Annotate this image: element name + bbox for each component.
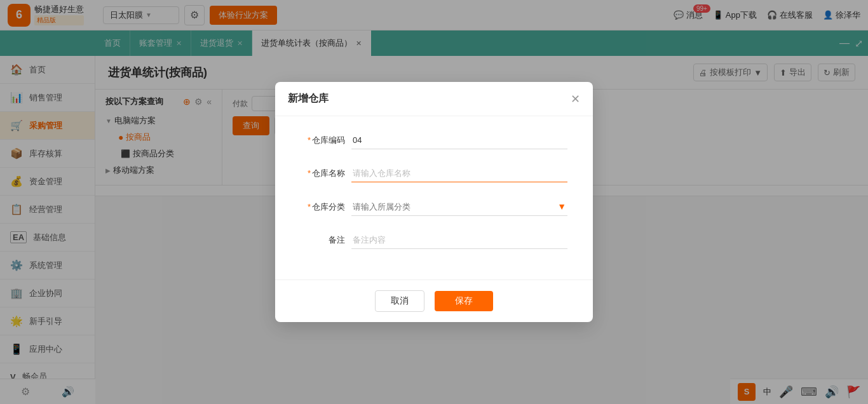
new-warehouse-modal: 新增仓库 ✕ 仓库编码 仓库名称 仓库分类 ▼ xyxy=(275,82,593,322)
category-input[interactable] xyxy=(353,202,557,212)
notes-label: 备注 xyxy=(301,234,351,246)
modal-header: 新增仓库 ✕ xyxy=(275,82,593,116)
form-row-code: 仓库编码 xyxy=(301,131,567,149)
form-row-name: 仓库名称 xyxy=(301,165,567,182)
modal-overlay: 新增仓库 ✕ 仓库编码 仓库名称 仓库分类 ▼ xyxy=(0,0,868,404)
modal-close-button[interactable]: ✕ xyxy=(571,93,580,105)
name-label: 仓库名称 xyxy=(301,168,351,179)
category-label: 仓库分类 xyxy=(301,201,351,213)
notes-input[interactable] xyxy=(351,231,567,249)
name-input[interactable] xyxy=(351,165,567,182)
cancel-button[interactable]: 取消 xyxy=(375,290,424,312)
code-label: 仓库编码 xyxy=(301,135,351,146)
form-row-notes: 备注 xyxy=(301,231,567,249)
form-row-category: 仓库分类 ▼ xyxy=(301,198,567,216)
category-select-row: ▼ xyxy=(351,198,567,216)
category-arrow-icon: ▼ xyxy=(557,201,566,212)
code-input[interactable] xyxy=(351,131,567,149)
save-button[interactable]: 保存 xyxy=(435,291,493,311)
modal-body: 仓库编码 仓库名称 仓库分类 ▼ 备注 xyxy=(275,116,593,279)
modal-title: 新增仓库 xyxy=(288,92,329,105)
modal-footer: 取消 保存 xyxy=(275,279,593,322)
